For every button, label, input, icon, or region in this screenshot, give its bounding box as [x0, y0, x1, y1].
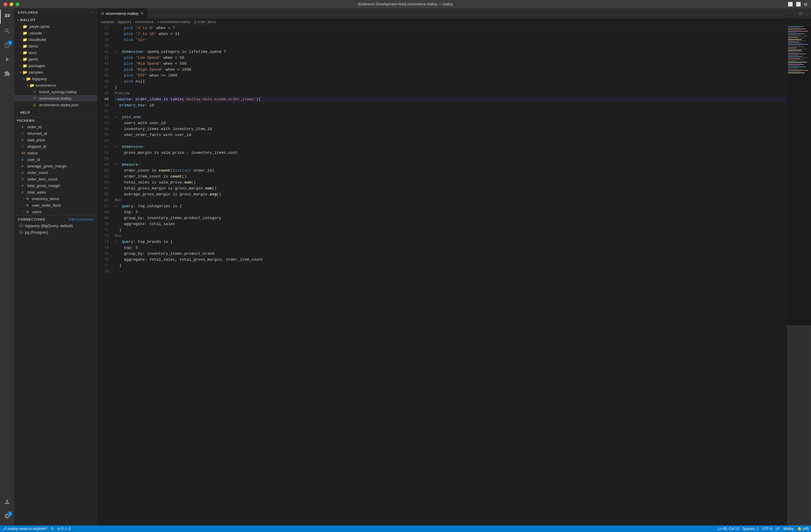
branch-status[interactable]: ⎇ malloy-views-in-explorer*: [2, 527, 47, 531]
line-numbers: 3738394041424344454647484950515253545556…: [97, 25, 112, 526]
errors-status[interactable]: ⊘ 0 ⚠ 0: [57, 527, 71, 531]
minimap-content: [787, 25, 811, 74]
status-bar-right: Ln 49, Col 13 Spaces: 2 UTF-8 LF Malloy …: [718, 527, 809, 531]
editor-area: M ecommerce.malloy ✕ ⊡ ··· samples › big…: [97, 8, 811, 526]
code-content[interactable]: pick '4 to 6' when < 7 pick '7 to 10' wh…: [112, 25, 787, 526]
close-button[interactable]: [3, 2, 7, 6]
help-section-header[interactable]: › HELP: [14, 109, 97, 116]
sync-status[interactable]: ↻: [51, 527, 54, 531]
schema-header[interactable]: ▾ SCHEMA: [14, 117, 97, 124]
activity-accounts[interactable]: [0, 495, 14, 509]
minimap: [787, 25, 811, 526]
tree-item-cloudbuild[interactable]: › 📁 cloudbuild: [14, 36, 97, 43]
database-icon: ⊙: [19, 223, 23, 228]
layout-icon[interactable]: ⊞: [804, 2, 808, 6]
tree-item-packages[interactable]: › 📁 packages: [14, 62, 97, 69]
connection-bigquery[interactable]: ⊙ bigquery (BigQuery, default): [14, 222, 97, 229]
line-ending-status[interactable]: LF: [776, 527, 780, 531]
tree-item-bigquery[interactable]: ▾ 📂 bigquery: [14, 75, 97, 82]
split-editor-icon[interactable]: ⊡: [799, 11, 803, 16]
tree-item-vscode[interactable]: › 📁 .vscode: [14, 30, 97, 36]
notifications-status[interactable]: 🔔 [off]: [797, 527, 809, 531]
minimap-slider[interactable]: [787, 325, 811, 526]
connection-pg[interactable]: ⊙ pg (Postgres): [14, 229, 97, 235]
tree-item-ecommerce-malloy[interactable]: › M ecommerce.malloy: [14, 95, 97, 101]
breadcrumb-samples[interactable]: samples: [101, 20, 114, 24]
tab-ecommerce-malloy[interactable]: M ecommerce.malloy ✕: [97, 8, 148, 18]
tree-item-demo[interactable]: › 📁 demo: [14, 43, 97, 49]
schema-item-sale-price[interactable]: # sale_price: [14, 137, 97, 143]
schema-item-status[interactable]: Aa status: [14, 150, 97, 156]
schema-item-total-sales[interactable]: # total_sales: [14, 189, 97, 195]
schema-item-order-id[interactable]: # order_id: [14, 124, 97, 130]
schema-item-shipped-at[interactable]: □ shipped_at: [14, 143, 97, 150]
schema-item-total-gross-margin[interactable]: # total_gross_margin: [14, 182, 97, 189]
edit-connections-button[interactable]: Edit Connections: [69, 218, 94, 221]
status-bar-left: ⎇ malloy-views-in-explorer* ↻ ⊘ 0 ⚠ 0: [2, 527, 71, 531]
tree-item-samples[interactable]: ▾ 📂 samples: [14, 69, 97, 75]
activity-extensions[interactable]: [0, 66, 14, 81]
breadcrumb-file[interactable]: ≡ ecommerce.malloy: [157, 20, 190, 24]
schema-section: ▾ SCHEMA # order_id □ returned_at # sale…: [14, 117, 97, 215]
maximize-button[interactable]: [15, 2, 19, 6]
breadcrumb-symbol[interactable]: {} order_items: [194, 20, 216, 24]
file-type-icon: M: [101, 11, 104, 16]
schema-item-order-count[interactable]: # order_count: [14, 169, 97, 176]
explorer-actions: ···: [90, 11, 94, 14]
file-tree: ▾ MALLOY › 📁 .jekyll-cache › 📁 .vscode ›…: [14, 17, 97, 526]
tree-item-jekyll-cache[interactable]: › 📁 .jekyll-cache: [14, 23, 97, 30]
connection-label: pg (Postgres): [25, 230, 48, 235]
schema-item-avg-gross-margin[interactable]: # average_gross_margin: [14, 163, 97, 169]
language-status[interactable]: Malloy: [783, 527, 794, 531]
activity-source-control[interactable]: 3: [0, 38, 14, 52]
encoding-status[interactable]: UTF-8: [762, 527, 772, 531]
activity-explorer[interactable]: [0, 10, 14, 24]
activity-settings[interactable]: 1: [0, 509, 14, 523]
connections-header: CONNECTIONS Edit Connections: [14, 216, 97, 222]
schema-item-user-id[interactable]: # user_id: [14, 156, 97, 163]
malloy-section-header[interactable]: ▾ MALLOY: [14, 17, 97, 23]
cursor-position-status[interactable]: Ln 49, Col 13: [718, 527, 739, 531]
title-bar-actions: ⬜ ⬜ ⊞: [788, 2, 808, 6]
activity-run-debug[interactable]: [0, 52, 14, 66]
code-editor[interactable]: 3738394041424344454647484950515253545556…: [97, 25, 811, 526]
connection-label: bigquery (BigQuery, default): [25, 223, 73, 228]
breadcrumb-bigquery[interactable]: bigquery: [118, 20, 132, 24]
sidebar: EXPLORER ··· ▾ MALLOY › 📁 .jekyll-cache …: [14, 8, 97, 526]
tree-item-docs[interactable]: › 📁 docs: [14, 49, 97, 56]
tab-label: ecommerce.malloy: [106, 11, 138, 16]
spaces-status[interactable]: Spaces: 2: [743, 527, 759, 531]
tabs-bar: M ecommerce.malloy ✕ ⊡ ···: [97, 8, 811, 19]
panel-toggle-icon[interactable]: ⬜: [796, 2, 801, 6]
status-bar: ⎇ malloy-views-in-explorer* ↻ ⊘ 0 ⚠ 0 Ln…: [0, 526, 811, 532]
connections-section: CONNECTIONS Edit Connections ⊙ bigquery …: [14, 215, 97, 237]
window-title: [Extension Development Host] ecommerce.m…: [358, 2, 453, 6]
schema-item-users[interactable]: › ⊕ users: [14, 208, 97, 215]
more-actions-icon[interactable]: ···: [805, 11, 809, 16]
sidebar-toggle-icon[interactable]: ⬜: [788, 2, 793, 6]
traffic-lights: [3, 2, 19, 6]
activity-bar: 3 1: [0, 8, 14, 526]
schema-item-user-order-facts[interactable]: › ⊕ user_order_facts: [14, 202, 97, 208]
database-icon: ⊙: [19, 230, 23, 234]
source-control-badge: 3: [8, 41, 13, 45]
tree-item-brand-synergy[interactable]: › M brand_synergy.malloy: [14, 89, 97, 95]
schema-item-order-item-count[interactable]: # order_item_count: [14, 176, 97, 182]
tree-item-gems[interactable]: › 📁 gems: [14, 56, 97, 62]
breadcrumb-ecommerce[interactable]: ecommerce: [135, 20, 154, 24]
tree-item-ecommerce[interactable]: ▾ 📂 ecommerce: [14, 82, 97, 89]
title-bar: [Extension Development Host] ecommerce.m…: [0, 0, 811, 8]
more-actions-icon[interactable]: ···: [90, 11, 94, 14]
settings-badge: 1: [8, 511, 13, 516]
breadcrumb: samples › bigquery › ecommerce › ≡ ecomm…: [97, 19, 811, 25]
tree-item-ecommerce-styles[interactable]: › {} ecommerce.styles.json: [14, 101, 97, 108]
schema-item-returned-at[interactable]: □ returned_at: [14, 130, 97, 137]
tabs-bar-actions: ⊡ ···: [799, 8, 811, 18]
tab-close-button[interactable]: ✕: [140, 11, 144, 16]
minimize-button[interactable]: [10, 2, 13, 6]
schema-item-inventory-items[interactable]: › ⊕ inventory_items: [14, 195, 97, 202]
activity-search[interactable]: [0, 24, 14, 38]
explorer-header: EXPLORER ···: [14, 8, 97, 17]
